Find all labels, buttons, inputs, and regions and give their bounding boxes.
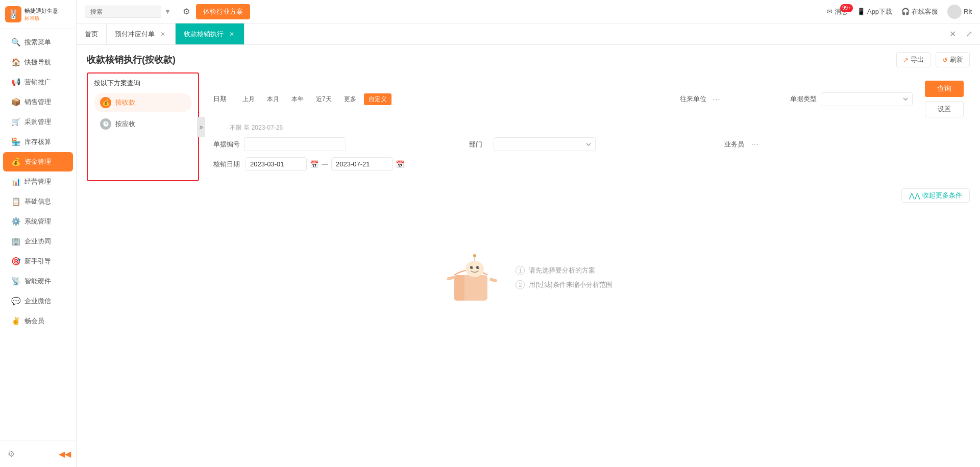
finance-icon: 💰	[11, 157, 20, 166]
sidebar-item-enterprise[interactable]: 🏢 企业协同	[3, 232, 73, 251]
tab-prepay-close-icon[interactable]: ✕	[159, 30, 167, 38]
date-suffix-hint: 不限 至 2023-07-26	[230, 124, 972, 132]
sidebar-label-management: 经营管理	[24, 177, 51, 186]
solution-button[interactable]: 体验行业方案	[196, 4, 250, 19]
settings-button[interactable]: 设置	[925, 101, 964, 117]
header-search-dropdown-icon[interactable]: ▼	[164, 8, 171, 15]
header-search-input[interactable]	[85, 6, 161, 18]
verify-date-range: 📅 — 📅	[246, 157, 404, 171]
export-icon: ↗	[903, 56, 909, 64]
sidebar-label-member: 畅会员	[24, 316, 44, 326]
tab-prepay-label: 预付冲应付单	[115, 30, 155, 39]
sidebar-item-hardware[interactable]: 📡 智能硬件	[3, 272, 73, 291]
filter-sidebar-collapse-icon[interactable]: »	[197, 117, 205, 137]
date-tag-7days[interactable]: 近7天	[311, 93, 336, 105]
verify-date-field: 核销日期 📅 — 📅	[213, 157, 972, 171]
sidebar-item-member[interactable]: ✌️ 畅会员	[3, 311, 73, 331]
tab-collection-close-icon[interactable]: ✕	[228, 30, 236, 38]
order-no-input[interactable]	[244, 137, 346, 151]
export-button[interactable]: ↗ 导出	[896, 52, 930, 67]
tab-close-all-icon[interactable]: ✕	[946, 28, 959, 40]
collection-option-label: 按收款	[115, 98, 135, 107]
sidebar-item-finance[interactable]: 💰 资金管理	[3, 152, 73, 171]
sidebar-label-inventory: 库存核算	[24, 137, 51, 146]
marketing-icon: 📢	[11, 78, 20, 87]
online-service-action[interactable]: 🎧 在线客服	[901, 7, 938, 16]
tab-bar: 首页 预付冲应付单 ✕ 收款核销执行 ✕ ✕ ⤢	[77, 23, 980, 45]
sidebar-label-purchase: 采购管理	[24, 117, 51, 127]
user-profile-action[interactable]: Rit	[947, 5, 972, 19]
sidebar-item-search[interactable]: 🔍 搜索菜单	[3, 33, 73, 52]
header-settings-icon[interactable]: ⚙	[183, 7, 190, 16]
filter-option-by-receivable[interactable]: 🕐 按应收	[94, 114, 192, 134]
message-icon: ✉	[827, 8, 832, 15]
tab-bar-controls: ✕ ⤢	[941, 23, 980, 44]
svg-point-2	[465, 261, 484, 277]
filter-option-by-collection[interactable]: 💰 按收款	[94, 93, 192, 112]
system-icon: ⚙️	[11, 217, 20, 226]
refresh-button[interactable]: ↺ 刷新	[936, 52, 970, 67]
empty-state-content: 1 请先选择要分析的方案 2 用[过滤]条件来缩小分析范围	[444, 250, 612, 306]
sidebar-item-shortcut[interactable]: 🏠 快捷导航	[3, 53, 73, 72]
filter-form: 日期 上月 本月 本年 近7天 更多 自定义 往来单位	[205, 72, 980, 181]
sidebar-collapse-button[interactable]: ◀◀	[57, 446, 73, 462]
empty-hint-2-text: 用[过滤]条件来缩小分析范围	[529, 280, 612, 289]
sidebar-item-inventory[interactable]: 🏪 库存核算	[3, 132, 73, 152]
date-tag-more[interactable]: 更多	[339, 93, 361, 105]
sidebar-label-sales: 销售管理	[24, 97, 51, 107]
order-no-label: 单据编号	[213, 140, 240, 149]
sidebar-item-basic[interactable]: 📋 基础信息	[3, 192, 73, 211]
sidebar-label-system: 系统管理	[24, 217, 51, 226]
date-tag-this-year[interactable]: 本年	[287, 93, 308, 105]
dept-select[interactable]	[494, 137, 596, 151]
svg-point-5	[472, 266, 473, 267]
verify-date-start-input[interactable]	[246, 157, 307, 171]
page-title: 收款核销执行(按收款)	[87, 54, 176, 66]
order-type-select[interactable]	[821, 92, 913, 106]
empty-state: 1 请先选择要分析的方案 2 用[过滤]条件来缩小分析范围	[77, 209, 980, 347]
receivable-option-icon: 🕐	[100, 118, 111, 130]
collapse-more-label: 收起更多条件	[922, 191, 962, 200]
filter-row-2: 单据编号 部门 业务员 ···	[213, 137, 972, 151]
sidebar-bottom: ⚙ ◀◀	[0, 440, 76, 467]
sidebar-item-system[interactable]: ⚙️ 系统管理	[3, 212, 73, 231]
empty-hint-2: 2 用[过滤]条件来缩小分析范围	[516, 280, 612, 289]
enterprise-icon: 🏢	[11, 237, 20, 246]
counterpart-more-icon[interactable]: ···	[713, 94, 720, 105]
empty-hint-1-text: 请先选择要分析的方案	[529, 266, 595, 275]
counterpart-field: 往来单位 ···	[680, 94, 782, 105]
app-download-action[interactable]: 📱 App下载	[857, 7, 892, 16]
date-tag-custom[interactable]: 自定义	[364, 93, 391, 105]
dept-label: 部门	[469, 140, 489, 149]
verify-date-start-calendar-icon[interactable]: 📅	[310, 160, 318, 168]
sidebar-item-guide[interactable]: 🎯 新手引导	[3, 252, 73, 271]
svg-rect-9	[447, 276, 455, 281]
message-action[interactable]: ✉ 消息 99+	[827, 7, 848, 16]
tab-home[interactable]: 首页	[77, 23, 107, 44]
verify-date-end-input[interactable]	[331, 157, 393, 171]
member-icon: ✌️	[11, 316, 20, 326]
verify-date-end-calendar-icon[interactable]: 📅	[396, 160, 404, 168]
refresh-icon: ↺	[942, 56, 948, 64]
sidebar-item-purchase[interactable]: 🛒 采购管理	[3, 112, 73, 132]
tab-prepay[interactable]: 预付冲应付单 ✕	[107, 23, 176, 44]
sidebar-item-management[interactable]: 📊 经营管理	[3, 172, 73, 191]
date-label: 日期	[213, 94, 234, 104]
collapse-more-button[interactable]: ⋀⋀ 收起更多条件	[901, 188, 970, 203]
tab-expand-icon[interactable]: ⤢	[963, 28, 975, 40]
sidebar-label-marketing: 营销推广	[24, 78, 51, 87]
tab-collection[interactable]: 收款核销执行 ✕	[176, 23, 244, 44]
date-tag-this-month[interactable]: 本月	[262, 93, 284, 105]
salesman-more-icon[interactable]: ···	[751, 139, 758, 150]
date-tag-last-month[interactable]: 上月	[238, 93, 259, 105]
sidebar-item-wechat[interactable]: 💬 企业微信	[3, 291, 73, 311]
sidebar-item-sales[interactable]: 📦 销售管理	[3, 92, 73, 112]
sidebar-label-hardware: 智能硬件	[24, 277, 51, 286]
query-button[interactable]: 查询	[925, 81, 964, 97]
page-content: 收款核销执行(按收款) ↗ 导出 ↺ 刷新 按以下方案查询	[77, 45, 980, 467]
filter-row-3: 核销日期 📅 — 📅	[213, 157, 972, 171]
top-header: ▼ ⚙ 体验行业方案 ✉ 消息 99+ 📱 App下载 🎧 在线客服 Rit	[77, 0, 980, 23]
settings-bottom-icon[interactable]: ⚙	[3, 446, 19, 462]
hardware-icon: 📡	[11, 277, 20, 286]
sidebar-item-marketing[interactable]: 📢 营销推广	[3, 72, 73, 92]
